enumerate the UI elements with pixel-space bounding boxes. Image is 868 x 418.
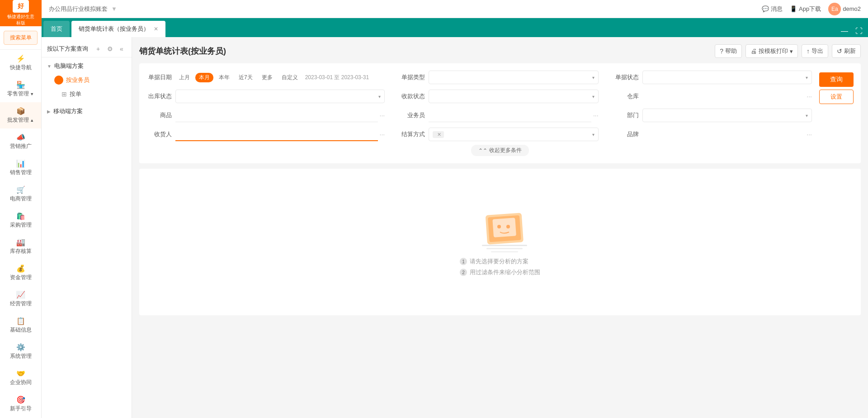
- goods-more-icon[interactable]: ···: [380, 112, 385, 119]
- sidebar-item-wholesale[interactable]: 📦 批发管理: [0, 102, 41, 128]
- sidebar-item-marketing[interactable]: 📣 营销推广: [0, 128, 41, 155]
- scheme-panel-actions: + ⚙ «: [94, 44, 126, 53]
- add-scheme-button[interactable]: +: [94, 44, 103, 53]
- date-tab-this-month[interactable]: 本月: [195, 73, 213, 82]
- search-menu-button[interactable]: 搜索菜单: [4, 31, 38, 45]
- settlement-tag: ✕: [433, 131, 444, 138]
- sidebar-item-label: 电商管理: [10, 195, 32, 203]
- scheme-item-by-salesman[interactable]: 按 按业务员: [42, 73, 132, 87]
- date-tab-this-year[interactable]: 本年: [215, 73, 233, 82]
- doc-type-select[interactable]: ▾: [429, 71, 598, 84]
- salesman-input[interactable]: [429, 109, 591, 122]
- settlement-tag-remove[interactable]: ✕: [437, 132, 441, 138]
- settlement-select[interactable]: ✕ ▾: [429, 128, 598, 141]
- doc-status-select[interactable]: ▾: [642, 71, 812, 84]
- sidebar-item-guide[interactable]: 🎯 新手引导: [0, 391, 41, 417]
- sidebar-item-quick-nav[interactable]: ⚡ 快捷导航: [0, 50, 41, 76]
- main-area: 办公用品行业模拟账套 ▼ 💬 消息 📱 App下载 Ea demo2: [42, 0, 868, 418]
- message-button[interactable]: 💬 消息: [762, 5, 783, 13]
- date-tab-more[interactable]: 更多: [258, 73, 276, 82]
- sidebar-item-ecommerce[interactable]: 🛒 电商管理: [0, 181, 41, 207]
- collapse-scheme-button[interactable]: «: [117, 44, 126, 53]
- sidebar-item-purchase[interactable]: 🛍️ 采购管理: [0, 207, 41, 233]
- collapse-bar: ⌃⌃ 收起更多条件: [146, 145, 854, 156]
- management-icon: 📈: [16, 290, 25, 299]
- payment-status-select[interactable]: ▾: [429, 90, 598, 103]
- receiver-input[interactable]: [175, 128, 378, 141]
- collapse-button[interactable]: ⌃⌃ 收起更多条件: [471, 145, 529, 156]
- date-tab-7days[interactable]: 近7天: [235, 73, 256, 82]
- page-header-actions: ? 帮助 🖨 按模板打印 ▾ ↑ 导出 ↺: [715, 44, 861, 58]
- settings-button[interactable]: 设置: [819, 90, 854, 104]
- user-profile[interactable]: Ea demo2: [828, 3, 861, 15]
- sidebar-item-enterprise[interactable]: 🤝 企业协同: [0, 365, 41, 391]
- department-label: 部门: [613, 111, 639, 119]
- svg-point-4: [506, 225, 510, 228]
- filter-card: 单据日期 上月 本月 本年 近7天 更多 自定义: [139, 63, 861, 163]
- print-icon: 🖨: [750, 48, 757, 55]
- purchase-icon: 🛍️: [16, 212, 25, 220]
- print-template-button[interactable]: 🖨 按模板打印 ▾: [745, 44, 798, 58]
- right-panel: 销货单统计表(按业务员) ? 帮助 🖨 按模板打印 ▾ ↑: [132, 37, 868, 418]
- date-tab-custom[interactable]: 自定义: [278, 73, 302, 82]
- filter-row-4: 收货人 ··· 结算方式: [146, 128, 812, 141]
- tab-sales-stat[interactable]: 销货单统计表（按业务员） ✕: [71, 21, 165, 37]
- sidebar-item-retail[interactable]: 🏪 零售管理: [0, 76, 41, 102]
- settings-scheme-button[interactable]: ⚙: [105, 44, 114, 53]
- collapse-arrow-icon: ⌃⌃: [478, 147, 487, 154]
- scheme-group-pc-header[interactable]: ▼ 电脑端方案: [42, 59, 132, 73]
- filter-date: 单据日期 上月 本月 本年 近7天 更多 自定义: [146, 73, 385, 82]
- app-download-button[interactable]: 📱 App下载: [790, 5, 821, 13]
- settlement-arrow-icon: ▾: [592, 132, 594, 137]
- sidebar-item-management[interactable]: 📈 经营管理: [0, 286, 41, 312]
- tab-bar-right: — ⛶: [839, 25, 868, 37]
- salesman-more-icon[interactable]: ···: [593, 112, 599, 119]
- query-button[interactable]: 查询: [819, 72, 854, 87]
- marketing-icon: 📣: [16, 133, 25, 142]
- out-status-select[interactable]: ▾: [175, 90, 385, 103]
- message-label: 消息: [771, 5, 783, 13]
- sidebar-item-label: 基础信息: [10, 326, 32, 334]
- tab-home[interactable]: 首页: [43, 21, 70, 37]
- filter-row-2: 出库状态 ▾ 收款状态: [146, 90, 812, 103]
- empty-state: 1 请先选择要分析的方案 2 用过滤条件来缩小分析范围: [139, 169, 861, 315]
- sidebar-item-label: 经营管理: [10, 300, 32, 308]
- sidebar-item-finance[interactable]: 💰 资金管理: [0, 260, 41, 286]
- scheme-group-mobile-header[interactable]: ▶ 移动端方案: [42, 104, 132, 118]
- help-button[interactable]: ? 帮助: [715, 44, 742, 58]
- date-tabs: 上月 本月 本年 近7天 更多 自定义: [175, 73, 302, 82]
- sidebar-item-sales[interactable]: 📊 销售管理: [0, 155, 41, 181]
- tab-maximize-button[interactable]: ⛶: [854, 25, 864, 37]
- filter-out-status: 出库状态 ▾: [146, 90, 385, 103]
- sidebar-item-basic-info[interactable]: 📋 基础信息: [0, 312, 41, 338]
- date-tab-last-month[interactable]: 上月: [175, 73, 193, 82]
- refresh-button[interactable]: ↺ 刷新: [832, 44, 861, 58]
- tab-minimize-button[interactable]: —: [839, 25, 850, 37]
- warehouse-more-icon[interactable]: ···: [807, 93, 812, 100]
- app-logo[interactable]: 好 畅捷通好生意 标版: [0, 0, 42, 26]
- sidebar-item-label: 企业协同: [10, 379, 32, 386]
- sidebar-item-system[interactable]: ⚙️ 系统管理: [0, 338, 41, 365]
- sidebar-item-inventory[interactable]: 🏭 库存核算: [0, 233, 41, 260]
- filter-brand: 品牌 ···: [613, 130, 812, 138]
- receiver-more-icon[interactable]: ···: [380, 131, 385, 138]
- sidebar-item-label: 采购管理: [10, 221, 32, 229]
- filter-doc-status: 单据状态 ▾: [613, 71, 812, 84]
- goods-input[interactable]: [175, 109, 378, 122]
- empty-tip-2: 2 用过滤条件来缩小分析范围: [460, 268, 540, 276]
- mobile-group-label: 移动端方案: [53, 107, 83, 115]
- receiver-label: 收货人: [146, 130, 172, 138]
- tab-close-button[interactable]: ✕: [154, 26, 158, 32]
- user-avatar: Ea: [828, 3, 841, 15]
- settlement-label: 结算方式: [400, 130, 425, 138]
- filter-receiver: 收货人 ···: [146, 128, 385, 141]
- sidebar-item-label: 快捷导航: [10, 64, 32, 71]
- user-name: demo2: [843, 5, 861, 12]
- scheme-sub-item-by-order[interactable]: ⊞ 按单: [42, 87, 132, 101]
- export-button[interactable]: ↑ 导出: [802, 44, 828, 58]
- order-scheme-icon: ⊞: [61, 90, 67, 98]
- date-filter-group: 上月 本月 本年 近7天 更多 自定义 2023-03-01 至 2023-03…: [175, 73, 385, 82]
- guide-icon: 🎯: [16, 395, 25, 404]
- department-select[interactable]: ▾: [642, 109, 812, 122]
- brand-more-icon[interactable]: ···: [807, 131, 812, 138]
